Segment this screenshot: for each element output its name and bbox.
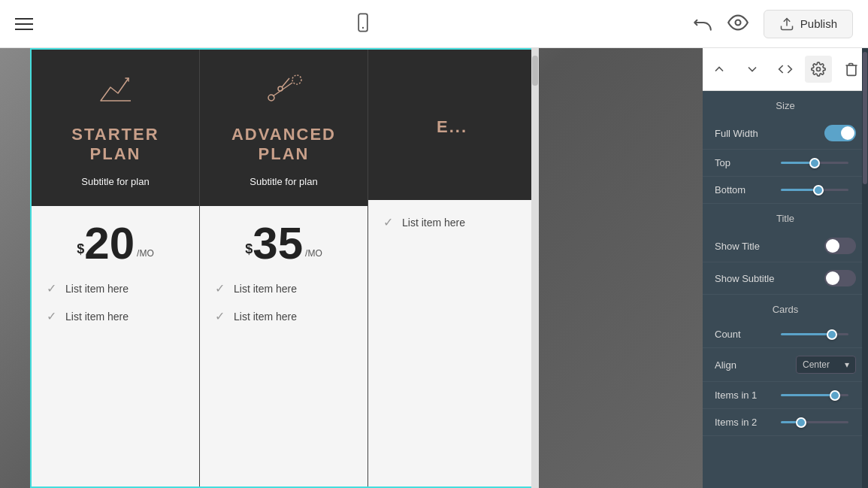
- advanced-icon: [265, 72, 303, 109]
- card-body-advanced: $ 35 /MO ✓ List item here ✓ List item he…: [200, 206, 367, 486]
- publish-button[interactable]: Publish: [764, 10, 853, 38]
- slider-thumb: [796, 417, 806, 428]
- pricing-card-advanced: ADVANCEDPLAN Subtitle for plan $ 35 /MO …: [199, 50, 367, 486]
- eye-icon[interactable]: [727, 12, 749, 36]
- toggle-thumb: [841, 126, 854, 140]
- price-dollar-starter: $: [77, 241, 84, 257]
- price-period-advanced: /MO: [305, 248, 322, 259]
- svg-point-10: [817, 68, 821, 71]
- slider-track: [781, 333, 848, 335]
- delete-button[interactable]: [838, 56, 865, 83]
- show-subtitle-row: Show Subtitle: [703, 262, 868, 295]
- card-body-enterprise: ✓ List item here: [368, 200, 536, 486]
- items-in-1-slider[interactable]: [781, 394, 856, 396]
- chevron-down-icon: ▾: [845, 359, 849, 370]
- price-amount-starter: 20: [84, 221, 135, 266]
- main-area: STARTERPLAN Subtitle for plan $ 20 /MO ✓…: [0, 48, 868, 488]
- show-subtitle-toggle[interactable]: [824, 270, 856, 286]
- move-up-button[interactable]: [706, 56, 733, 83]
- svg-point-9: [278, 86, 283, 91]
- toggle-thumb: [826, 271, 839, 285]
- cards-section-header: Cards: [703, 295, 868, 321]
- canvas-content[interactable]: STARTERPLAN Subtitle for plan $ 20 /MO ✓…: [30, 48, 537, 488]
- items-in-2-label: Items in 2: [715, 417, 757, 428]
- slider-track: [781, 162, 848, 164]
- align-select[interactable]: Center ▾: [796, 356, 856, 374]
- list-item: ✓ List item here: [47, 309, 184, 323]
- phone-icon[interactable]: [352, 12, 374, 36]
- slider-thumb: [813, 185, 824, 196]
- bottom-row: Bottom: [703, 177, 868, 204]
- card-body-starter: $ 20 /MO ✓ List item here ✓ List item he…: [32, 206, 199, 486]
- starter-icon: [97, 72, 135, 109]
- pricing-section: STARTERPLAN Subtitle for plan $ 20 /MO ✓…: [32, 50, 536, 486]
- enterprise-plan-title: E...: [437, 117, 467, 137]
- settings-button[interactable]: [805, 56, 832, 83]
- items-in-1-row: Items in 1: [703, 382, 868, 409]
- items-in-2-slider[interactable]: [781, 421, 856, 423]
- items-in-1-label: Items in 1: [715, 389, 757, 401]
- toggle-thumb: [826, 239, 839, 253]
- settings-panel: Size Full Width Top Bottom: [703, 91, 868, 488]
- svg-point-2: [735, 20, 740, 25]
- pricing-card-starter: STARTERPLAN Subtitle for plan $ 20 /MO ✓…: [32, 50, 199, 486]
- items-in-2-row: Items in 2: [703, 409, 868, 436]
- full-width-toggle[interactable]: [824, 125, 856, 141]
- topbar-left: [15, 18, 33, 30]
- move-down-button[interactable]: [739, 56, 766, 83]
- price-amount-advanced: 35: [253, 221, 303, 266]
- list-item-text: List item here: [65, 311, 129, 323]
- size-section-header: Size: [703, 91, 868, 117]
- pricing-card-enterprise: E... ✓ List item here: [367, 50, 536, 486]
- show-title-row: Show Title: [703, 230, 868, 262]
- check-icon: ✓: [47, 309, 56, 323]
- check-icon: ✓: [215, 281, 225, 296]
- bottom-slider[interactable]: [781, 189, 856, 191]
- canvas: STARTERPLAN Subtitle for plan $ 20 /MO ✓…: [0, 48, 703, 488]
- price-period-starter: /MO: [137, 248, 154, 259]
- count-slider[interactable]: [781, 333, 856, 335]
- undo-icon[interactable]: [693, 13, 712, 35]
- slider-track: [781, 189, 848, 191]
- list-item-text: List item here: [65, 283, 129, 295]
- top-slider[interactable]: [781, 162, 856, 164]
- slider-thumb: [830, 390, 840, 401]
- top-row: Top: [703, 150, 868, 177]
- advanced-plan-title: ADVANCEDPLAN: [231, 125, 336, 164]
- svg-point-5: [292, 75, 301, 84]
- hamburger-icon[interactable]: [15, 18, 33, 30]
- canvas-scrollbar[interactable]: [531, 48, 539, 488]
- canvas-scroll-thumb: [532, 56, 538, 86]
- slider-track: [781, 421, 848, 423]
- slider-thumb: [827, 329, 837, 340]
- starter-plan-title: STARTERPLAN: [71, 125, 159, 164]
- show-title-toggle[interactable]: [824, 238, 856, 254]
- scroll-indicator[interactable]: [862, 48, 868, 488]
- card-header-starter: STARTERPLAN Subtitle for plan: [32, 50, 199, 206]
- advanced-plan-subtitle: Subtitle for plan: [250, 176, 317, 187]
- list-item: ✓ List item here: [383, 215, 521, 229]
- slider-track: [781, 394, 848, 396]
- list-item: ✓ List item here: [47, 281, 184, 296]
- count-label: Count: [715, 329, 741, 340]
- price-row-advanced: $ 35 /MO: [215, 221, 352, 266]
- bottom-label: Bottom: [715, 184, 746, 196]
- check-icon: ✓: [215, 309, 225, 323]
- list-item-text: List item here: [234, 283, 297, 295]
- count-row: Count: [703, 321, 868, 348]
- topbar-center: [352, 12, 374, 36]
- price-row-starter: $ 20 /MO: [47, 221, 184, 266]
- list-item-text: List item here: [234, 311, 297, 323]
- show-subtitle-label: Show Subtitle: [715, 273, 775, 284]
- align-value: Center: [803, 359, 830, 370]
- scroll-thumb: [863, 52, 867, 184]
- panel-toolbar: [703, 48, 868, 91]
- full-width-label: Full Width: [715, 128, 758, 139]
- list-item: ✓ List item here: [215, 281, 352, 296]
- slider-thumb: [809, 158, 820, 168]
- starter-plan-subtitle: Subtitle for plan: [81, 176, 149, 187]
- code-button[interactable]: [772, 56, 799, 83]
- title-section-header: Title: [703, 204, 868, 230]
- check-icon: ✓: [47, 281, 56, 296]
- show-title-label: Show Title: [715, 241, 760, 252]
